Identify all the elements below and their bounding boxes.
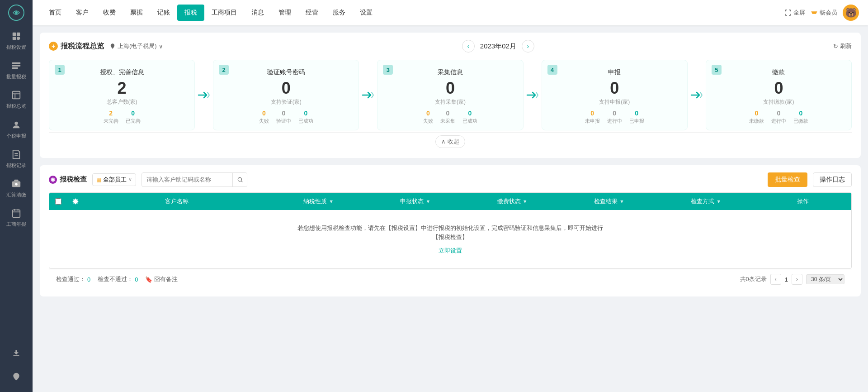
- nav-tax[interactable]: 报税: [177, 5, 204, 21]
- select-all-checkbox[interactable]: [55, 198, 61, 205]
- sidebar-item-personal-declare[interactable]: 个税申报: [0, 114, 33, 143]
- stat-val-2-0: 0: [262, 110, 266, 117]
- note-icon: 🔖: [145, 276, 152, 283]
- nav-settings[interactable]: 设置: [353, 0, 380, 25]
- nav-service[interactable]: 服务: [326, 0, 353, 25]
- annual-report-icon: [10, 207, 23, 220]
- stat-val-3-1: 0: [446, 110, 450, 117]
- fail-label: 检查不通过：: [98, 275, 133, 283]
- nav-fee[interactable]: 收费: [96, 0, 123, 25]
- th-tax-nature[interactable]: 纳税性质 ▼: [270, 193, 367, 210]
- svg-rect-7: [12, 67, 18, 69]
- sidebar-item-annual-report[interactable]: 工商年报: [0, 202, 33, 232]
- location-text: 上海(电子税局): [118, 42, 157, 50]
- location-icon: [10, 370, 23, 383]
- nav-invoice[interactable]: 票据: [123, 0, 150, 25]
- collapse-btn[interactable]: ∧ 收起: [435, 135, 465, 148]
- collapse-up-icon: ∧: [441, 138, 446, 145]
- nav-home[interactable]: 首页: [42, 0, 69, 25]
- table-footer: 检查通过： 0 检查不通过： 0 🔖 囧有备注 共0条记录 ‹ 1 ›: [49, 269, 852, 289]
- flow-step-3[interactable]: 3 采集信息 0 支持采集(家) 0 失败 0 未采集: [377, 60, 523, 130]
- flow-steps: 1 授权、完善信息 2 总客户数(家) 2 未完善 0 已完善: [49, 60, 852, 130]
- sidebar-item-clearing[interactable]: 汇算清缴: [0, 173, 33, 202]
- th-declare-status[interactable]: 申报状态 ▼: [367, 193, 464, 210]
- step-sub-2: 支持验证(家): [221, 98, 351, 106]
- check-pass-stat: 检查通过： 0: [56, 275, 90, 283]
- sidebar-item-tax-overview[interactable]: 报税总览: [0, 84, 33, 114]
- step-sub-5: 支持缴款(家): [713, 98, 844, 106]
- th-pay-status[interactable]: 缴费状态 ▼: [464, 193, 561, 210]
- step-title-5: 缴款: [713, 68, 844, 76]
- batch-check-button[interactable]: 批量检查: [768, 172, 807, 187]
- location-tag[interactable]: 上海(电子税局) ∨: [109, 42, 163, 50]
- log-button[interactable]: 操作日志: [813, 172, 852, 187]
- note-stat: 🔖 囧有备注: [145, 275, 178, 283]
- flow-step-1[interactable]: 1 授权、完善信息 2 总客户数(家) 2 未完善 0 已完善: [49, 60, 195, 130]
- flow-overview-card: + 报税流程总览 上海(电子税局) ∨ ‹ 2023年02月 › ↻ 刷新: [40, 33, 861, 158]
- flow-step-2[interactable]: 2 验证账号密码 0 支持验证(家) 0 失败 0 验证中: [213, 60, 359, 130]
- stat-val-4-2: 0: [635, 110, 638, 117]
- nav-management[interactable]: 管理: [271, 0, 298, 25]
- pass-value[interactable]: 0: [87, 276, 90, 283]
- svg-point-4: [17, 37, 20, 40]
- sidebar-item-batch-tax[interactable]: 批量报税: [0, 55, 33, 84]
- result-filter-icon: ▼: [619, 199, 624, 204]
- next-month-btn[interactable]: ›: [522, 40, 534, 53]
- step-title-1: 授权、完善信息: [57, 68, 187, 76]
- stat-val-1-1: 0: [131, 110, 135, 117]
- sidebar-item-location[interactable]: [0, 366, 33, 387]
- collapse-label: 收起: [448, 138, 459, 146]
- app-logo: [8, 5, 24, 21]
- declare-filter-icon: ▼: [425, 199, 430, 204]
- next-page-btn[interactable]: ›: [792, 274, 802, 285]
- search-box: [142, 172, 247, 187]
- sidebar-label-tax-overview: 报税总览: [6, 103, 26, 109]
- flow-step-4[interactable]: 4 申报 0 支持申报(家) 0 未申报 0 进行中: [542, 60, 688, 130]
- stat-lbl-3-0: 失败: [423, 118, 433, 124]
- th-check-method[interactable]: 检查方式 ▼: [658, 193, 755, 210]
- svg-rect-6: [12, 65, 20, 67]
- prev-month-btn[interactable]: ‹: [462, 40, 475, 53]
- step-stats-1: 2 未完善 0 已完善: [57, 110, 187, 124]
- member-btn[interactable]: 畅会员: [811, 9, 837, 17]
- fail-value[interactable]: 0: [135, 276, 138, 283]
- sidebar-label-annual-report: 工商年报: [6, 221, 26, 227]
- stat-val-2-2: 0: [304, 110, 307, 117]
- th-checkbox[interactable]: [49, 193, 67, 210]
- download-icon: [10, 347, 23, 359]
- sidebar-item-tax-settings[interactable]: 报税设置: [0, 25, 33, 55]
- sidebar-item-tax-record[interactable]: 报税记录: [0, 143, 33, 173]
- step-stat-3-0: 0 失败: [423, 110, 433, 124]
- search-button[interactable]: [232, 173, 247, 186]
- step-stats-3: 0 失败 0 未采集 0 已成功: [385, 110, 515, 124]
- arrow-2-3: [359, 60, 377, 130]
- check-fail-stat: 检查不通过： 0: [98, 275, 138, 283]
- stat-val-5-1: 0: [777, 110, 781, 117]
- nav-customer[interactable]: 客户: [69, 0, 96, 25]
- stat-lbl-4-1: 进行中: [607, 118, 622, 124]
- staff-selector[interactable]: ▦ 全部员工 ∨: [92, 173, 136, 186]
- th-settings[interactable]: [67, 193, 84, 210]
- step-num-1: 1: [55, 65, 65, 75]
- nav-accounting[interactable]: 记账: [150, 0, 177, 25]
- sidebar-label-clearing: 汇算清缴: [6, 192, 26, 198]
- check-circle-icon: ◉: [49, 176, 57, 184]
- step-stat-5-2: 0 已缴款: [793, 110, 808, 124]
- sidebar-item-download[interactable]: [0, 342, 33, 364]
- prev-page-btn[interactable]: ‹: [770, 274, 781, 285]
- search-input[interactable]: [142, 174, 232, 185]
- user-avatar[interactable]: 🐻: [843, 5, 859, 21]
- fullscreen-btn[interactable]: 全屏: [784, 9, 805, 17]
- nav-message[interactable]: 消息: [244, 0, 271, 25]
- refresh-btn[interactable]: ↻ 刷新: [833, 42, 852, 50]
- fullscreen-label: 全屏: [793, 9, 805, 17]
- nav-operation[interactable]: 经营: [298, 0, 326, 25]
- step-sub-3: 支持采集(家): [385, 98, 515, 106]
- svg-rect-2: [17, 33, 20, 36]
- nav-business[interactable]: 工商项目: [204, 0, 244, 25]
- page-size-select[interactable]: 30 条/页 50 条/页 100 条/页: [806, 274, 844, 284]
- setup-link[interactable]: 立即设置: [439, 247, 462, 255]
- th-check-result[interactable]: 检查结果 ▼: [561, 193, 657, 210]
- step-stat-4-1: 0 进行中: [607, 110, 622, 124]
- flow-step-5[interactable]: 5 缴款 0 支持缴款(家) 0 未缴款 0 进行中: [706, 60, 852, 130]
